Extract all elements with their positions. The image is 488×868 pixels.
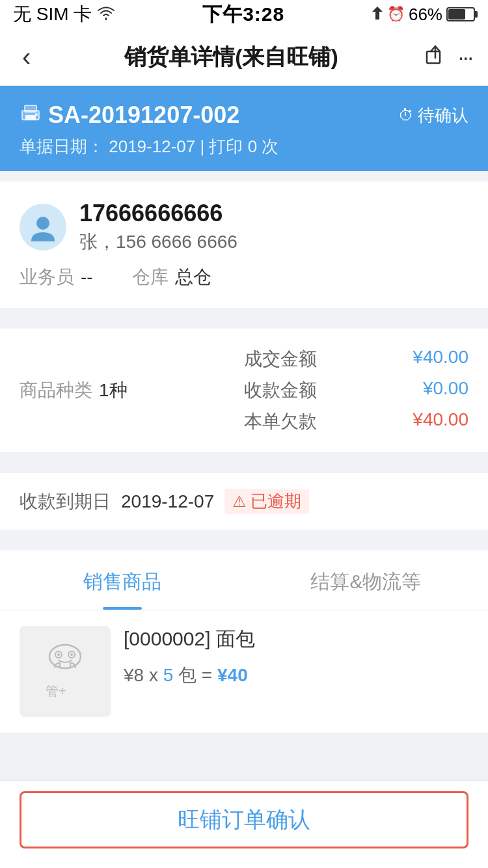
time-display: 下午3:28 bbox=[202, 1, 284, 28]
svg-rect-3 bbox=[25, 105, 36, 112]
multiply-symbol: x bbox=[149, 665, 163, 685]
product-name-text: 面包 bbox=[216, 628, 255, 649]
order-date-row: 单据日期： 2019-12-07 | 打印 0 次 bbox=[20, 135, 468, 158]
customer-phone: 17666666666 bbox=[79, 200, 237, 227]
amount-value-1: ¥0.00 bbox=[423, 378, 468, 403]
svg-point-7 bbox=[49, 645, 81, 668]
product-image: 管+ bbox=[20, 626, 111, 717]
clock-icon: ⏱ bbox=[398, 106, 414, 124]
printer-icon bbox=[20, 104, 42, 127]
warning-icon: ⚠ bbox=[232, 493, 247, 511]
due-date-value: 2019-12-07 bbox=[121, 491, 214, 512]
order-id-text: SA-20191207-002 bbox=[48, 102, 239, 129]
warehouse-meta: 仓库 总仓 bbox=[132, 265, 211, 290]
tab-settlement-label: 结算&物流等 bbox=[310, 571, 421, 592]
svg-rect-0 bbox=[427, 51, 440, 63]
status-bar: 无 SIM 卡 下午3:28 ⏰ 66% bbox=[0, 0, 488, 29]
equals-symbol: = bbox=[202, 665, 217, 685]
wifi-icon bbox=[97, 4, 115, 25]
product-card: 管+ [0000002] 面包 ¥8 x 5 包 = ¥40 bbox=[0, 610, 488, 733]
warehouse-label: 仓库 bbox=[132, 265, 169, 290]
product-logo-text: 管+ bbox=[46, 683, 85, 700]
order-header: SA-20191207-002 ⏱ 待确认 单据日期： 2019-12-07 |… bbox=[0, 86, 488, 171]
product-logo: 管+ bbox=[46, 644, 85, 700]
amount-row-1: 收款金额 ¥0.00 bbox=[244, 378, 468, 403]
divider-4 bbox=[0, 540, 488, 550]
amount-label-0: 成交金额 bbox=[244, 347, 317, 372]
sales-value: -- bbox=[81, 267, 93, 288]
product-name: [0000002] 面包 bbox=[124, 626, 468, 653]
page-title: 销货单详情(来自旺铺) bbox=[37, 42, 425, 72]
nav-bar: ‹ 销货单详情(来自旺铺) ··· bbox=[0, 29, 488, 86]
tab-settlement[interactable]: 结算&物流等 bbox=[244, 550, 488, 610]
divider-2 bbox=[0, 318, 488, 329]
order-id-row: SA-20191207-002 ⏱ 待确认 bbox=[20, 102, 468, 129]
svg-point-6 bbox=[36, 217, 49, 230]
alarm-icon: ⏰ bbox=[387, 6, 405, 23]
amount-row-2: 本单欠款 ¥40.00 bbox=[244, 409, 468, 434]
due-date-card: 收款到期日 2019-12-07 ⚠ 已逾期 bbox=[0, 473, 488, 530]
item-type-row: 商品种类 1种 bbox=[20, 378, 244, 403]
due-date-label: 收款到期日 bbox=[20, 489, 111, 514]
status-left: 无 SIM 卡 bbox=[13, 2, 115, 27]
order-date-value: 2019-12-07 bbox=[109, 137, 195, 156]
customer-phone-block: 17666666666 张，156 6666 6666 bbox=[79, 200, 237, 254]
overdue-text: 已逾期 bbox=[251, 490, 301, 513]
product-qty: 5 bbox=[163, 665, 174, 685]
tab-products[interactable]: 销售商品 bbox=[0, 550, 244, 610]
order-status-text: 待确认 bbox=[418, 104, 468, 127]
product-logo-icon bbox=[46, 644, 85, 681]
customer-meta: 业务员 -- 仓库 总仓 bbox=[20, 265, 468, 290]
battery-percent: 66% bbox=[409, 5, 442, 25]
warehouse-value: 总仓 bbox=[175, 265, 211, 290]
overdue-badge: ⚠ 已逾期 bbox=[224, 489, 309, 514]
summary-card: 商品种类 1种 成交金额 ¥40.00 收款金额 ¥0.00 本单欠款 ¥40.… bbox=[0, 329, 488, 452]
avatar bbox=[20, 204, 66, 251]
share-button[interactable] bbox=[426, 44, 445, 70]
product-unit: 包 bbox=[178, 665, 197, 685]
back-button[interactable]: ‹ bbox=[16, 36, 37, 78]
customer-top: 17666666666 张，156 6666 6666 bbox=[20, 200, 468, 254]
product-price: ¥8 bbox=[124, 665, 144, 685]
sales-label: 业务员 bbox=[20, 265, 74, 290]
confirm-button[interactable]: 旺铺订单确认 bbox=[20, 791, 468, 848]
amount-label-1: 收款金额 bbox=[244, 378, 317, 403]
carrier-label: 无 SIM 卡 bbox=[13, 2, 92, 27]
product-code: [0000002] bbox=[124, 628, 210, 649]
location-icon bbox=[372, 5, 383, 25]
product-total: ¥40 bbox=[217, 665, 248, 685]
amount-value-2: ¥40.00 bbox=[413, 409, 468, 434]
nav-actions: ··· bbox=[426, 44, 472, 70]
summary-left: 商品种类 1种 bbox=[20, 347, 244, 434]
svg-rect-4 bbox=[25, 115, 36, 120]
product-price-row: ¥8 x 5 包 = ¥40 bbox=[124, 663, 468, 688]
item-type-label: 商品种类 bbox=[20, 378, 92, 403]
order-print-info: | 打印 0 次 bbox=[200, 137, 278, 156]
customer-name: 张，156 6666 6666 bbox=[79, 230, 237, 254]
sales-meta: 业务员 -- bbox=[20, 265, 93, 290]
product-info: [0000002] 面包 ¥8 x 5 包 = ¥40 bbox=[124, 626, 468, 688]
svg-point-5 bbox=[35, 113, 38, 116]
customer-card: 17666666666 张，156 6666 6666 业务员 -- 仓库 总仓 bbox=[0, 182, 488, 308]
amount-row-0: 成交金额 ¥40.00 bbox=[244, 347, 468, 372]
divider-1 bbox=[0, 171, 488, 182]
tab-products-label: 销售商品 bbox=[83, 571, 161, 592]
order-date-label: 单据日期： bbox=[20, 137, 104, 156]
amount-value-0: ¥40.00 bbox=[413, 347, 468, 372]
tabs-container: 销售商品 结算&物流等 bbox=[0, 550, 488, 610]
amount-label-2: 本单欠款 bbox=[244, 409, 317, 434]
divider-3 bbox=[0, 463, 488, 473]
more-button[interactable]: ··· bbox=[458, 44, 472, 70]
status-right: ⏰ 66% bbox=[372, 5, 475, 25]
svg-point-10 bbox=[57, 653, 60, 656]
order-id: SA-20191207-002 bbox=[20, 102, 239, 129]
order-status: ⏱ 待确认 bbox=[398, 104, 468, 127]
svg-point-11 bbox=[70, 653, 73, 656]
item-type-value: 1种 bbox=[99, 378, 128, 403]
battery-icon bbox=[446, 7, 475, 21]
summary-right: 成交金额 ¥40.00 收款金额 ¥0.00 本单欠款 ¥40.00 bbox=[244, 347, 468, 434]
bottom-bar: 旺铺订单确认 bbox=[0, 780, 488, 868]
